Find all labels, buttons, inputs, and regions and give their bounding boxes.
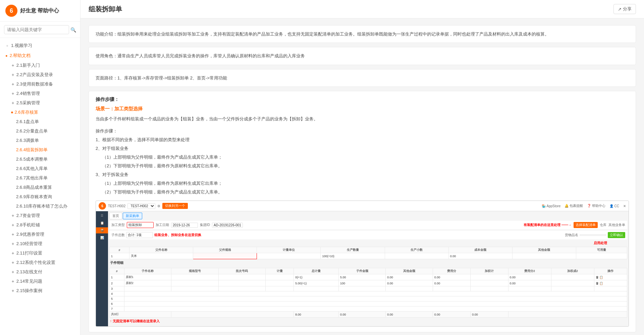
sidebar-item-purchase[interactable]: ＋ 2.5采购管理 [0,98,80,108]
ss-annotation-area1: 启用处理 [109,241,627,245]
ss-sidebar: ☰ 📋 📦 📊 [96,211,108,326]
sidebar-item-finance[interactable]: ＋ 2.7资金管理 [0,211,80,220]
sidebar-item-newbie[interactable]: ＋ 2.1新手入门 [0,61,80,70]
ss-annotation-switch: 组装业务、拆卸业务在这里切换 [154,233,564,237]
page-title: 组装拆卸单 [89,5,122,14]
topbar: 组装拆卸单 ↗ 分享 [80,0,644,18]
sidebar-item-cost-recalc[interactable]: 2.6.8商品成本重算 [0,183,80,192]
ss-annotation-haslist: 有装配清单的在这里处理 ——→ [245,223,572,227]
screenshot-wrapper: 6 TEST-H002 TEST-H002 ⚙ 切换到另一个 🏪 AppStor… [96,201,629,327]
sidebar-item-faq[interactable]: ＋ 2.14常见问题 [0,277,80,286]
search-area: 🔍 [0,22,80,38]
ss-th-qtysmall: 生产小数 [385,247,448,253]
sidebar-item-mobile[interactable]: ＋ 2.8手机旺铺 [0,220,80,230]
ss-extra-label2: 其他业务单 [608,223,625,227]
step2-2: （2）下部明细为子件明细，最终作为原材料生成其它出库单。 [96,162,629,170]
ss-tab-home[interactable]: 首页 [109,213,122,219]
ss-help-icon: ❓ 帮助中心 [587,204,605,208]
sidebar-item-stock-query[interactable]: 2.6.9库存账本查询 [0,192,80,202]
step3: 3、对于拆装业务 [96,170,629,179]
ss-app-icon: 🏪 AppStore [542,204,560,208]
ss-lower-table-label: 子件明细 [109,259,627,267]
sidebar-item-install[interactable]: ＋ 2.2产品安装及登录 [0,70,80,79]
expand-icon-docs: ● [5,54,8,58]
ss-close-icon[interactable]: ✕ [623,204,626,208]
sidebar-item-cost-adjust[interactable]: 2.6.5成本调整单 [0,155,80,164]
ss-find-input[interactable] [580,234,606,236]
ss-switch-btn[interactable]: 切换到另一个 [162,203,188,209]
sidebar-item-docs[interactable]: ● 2.帮助文档 [0,51,80,61]
ss-confirm-btn[interactable]: 立即确认 [608,232,625,238]
sidebar-item-transfer[interactable]: 2.6.3调拨单 [0,136,80,145]
ops-title: 操作步骤： [96,97,629,103]
sidebar-item-coupon[interactable]: ＋ 2.9优惠券管理 [0,230,80,239]
ss-content: 首页 新采购单 加工类型 组装拆卸 加工日期 2019-12-26 集团ID A… [108,211,629,326]
logo-area: 6 好生意 帮助中心 [0,0,80,22]
search-icon[interactable]: 🔍 [70,27,76,33]
sidebar-item-stocktake[interactable]: 2.6.1盘点单 [0,117,80,126]
sidebar-item-inventory[interactable]: ● 2.6库存核算 [0,108,80,117]
step2: 2、对于组装业务 [96,144,629,153]
ss-type-input[interactable]: 组装拆卸 [127,222,154,228]
ss-upper-table: # 父件名称 父件规格 计量单位 生产数量 生产小数 成本金额 其他金额 可用量 [109,247,627,259]
ss-company: TEST-H002 [108,204,125,208]
ss-date-label: 加工日期 [156,223,169,227]
sidebar-item-sales[interactable]: ＋ 2.4销售管理 [0,89,80,98]
screenshot: 6 TEST-H002 TEST-H002 ⚙ 切换到另一个 🏪 AppStor… [96,201,629,327]
sidebar-item-print[interactable]: ＋ 2.11打印设置 [0,248,80,258]
ss-body: ☰ 📋 📦 📊 首页 新采购单 [96,211,629,326]
ss-lower-table: # 子件名称 规格型号 批次号码 计量 总计量 子件金额 其他金额 费用分 [109,268,627,318]
ss-tab-new[interactable]: 新采购单 [123,213,142,219]
ss-th-other: 其他金额 [512,247,576,253]
ss-type-label: 加工类型 [111,223,125,227]
ss-date-input[interactable]: 2019-12-26 [171,223,198,228]
step2-1: （1）上部明细为父件明细，最终作为产成品生成其它入库单； [96,153,629,162]
step1: 1、根据不同的业务，选择不同单据的类型来处理 [96,135,629,144]
logo-icon: 6 [5,5,17,17]
ss-find-label: 货物品名 [565,233,578,237]
ss-choose-btn[interactable]: 选择装配清单 [574,222,598,228]
sidebar-item-online-pay[interactable]: ＋ 2.13在线支付 [0,267,80,277]
step3-1: （1）上部明细为父件明细，最终作为原材料生成其它出库单； [96,179,629,188]
ss-th-parent-name: 父件名称 [129,247,193,253]
sidebar-item-assembly[interactable]: 2.6.4组装拆卸单 [0,145,80,155]
ss-table-footer: 共0行 8.00 0.00 0.00 0.00 0.00 [110,312,627,318]
ss-row-empty5: 5 [110,296,627,301]
ss-tabs: 首页 新采购单 [109,213,627,219]
logo-text: 好生意 帮助中心 [20,7,59,14]
ss-row-child1: 1 原材1 0(+1) 5.00 0.00 0.00 [110,274,627,280]
scene1-desc: 当由多个子件材料组装成一个成品的业务为【组装】业务，当由一个父件拆分成多个子产品… [96,115,629,123]
ss-th-cost: 成本金额 [448,247,512,253]
ss-settings-icon: ⚙ [157,204,160,208]
search-input[interactable] [4,25,69,34]
sidebar-item-data-prep[interactable]: ＋ 2.3使用前数据准备 [0,79,80,89]
ss-row-child2: 2 原材2 5.00(+1) 100 0.00 0.00 [110,280,627,286]
main-area: 组装拆卸单 ↗ 分享 功能介绍：组装拆卸单用来处理企业组装或拆卸等加工业务，支持… [80,0,644,335]
ss-subcount-label: 子件总数 [111,233,125,237]
op-steps-label: 操作步骤： [96,127,629,135]
ss-logo: 6 [99,202,106,210]
ss-row-parent: 1 关米 100(+10) 0.00 [110,253,627,259]
sidebar-item-stock-fix[interactable]: 2.6.10库存账本错了怎么办 [0,202,80,211]
sidebar-item-cases[interactable]: ＋ 2.15操作案例 [0,286,80,295]
ss-topbar: 6 TEST-H002 TEST-H002 ⚙ 切换到另一个 🏪 AppStor… [96,201,629,211]
sidebar-item-partial-stocktake[interactable]: 2.6.2分量盘点单 [0,126,80,136]
path-card: 页面路径：1、库存核算->库存管理->组装拆卸单 2、首页->常用功能 [89,69,636,87]
ss-th-num: # [110,247,129,253]
ss-extra-label: 仓库 [600,223,606,227]
sidebar-item-ops[interactable]: ＋ 2.10经营管理 [0,239,80,248]
ss-th-unit: 计量单位 [257,247,321,253]
share-button[interactable]: ↗ 分享 [613,4,636,14]
ops-block: 操作步骤： 场景一：加工类型选择 当由多个子件材料组装成一个成品的业务为【组装】… [89,91,636,332]
ss-form-row1: 加工类型 组装拆卸 加工日期 2019-12-26 集团ID AD-201912… [109,221,627,229]
ss-subcount-input[interactable]: 合计: 1项 [126,232,153,238]
sidebar-item-other-out[interactable]: 2.6.7其他出库单 [0,173,80,183]
sidebar-item-personalize[interactable]: ＋ 2.12系统个性化设置 [0,258,80,267]
ss-user-icon: 👤 CC [609,204,619,208]
sidebar-item-other-in[interactable]: 2.6.6其他入库单 [0,164,80,173]
nav-list: ＋ 1.视频学习 ● 2.帮助文档 ＋ 2.1新手入门 ＋ 2.2产品安装及登录… [0,38,80,335]
ss-id-input[interactable]: AD-20191226-001 [212,223,243,228]
ss-company-select[interactable]: TEST-H002 [127,203,155,209]
sidebar-item-video[interactable]: ＋ 1.视频学习 [0,41,80,51]
ss-row-empty6: 6 [110,301,627,306]
